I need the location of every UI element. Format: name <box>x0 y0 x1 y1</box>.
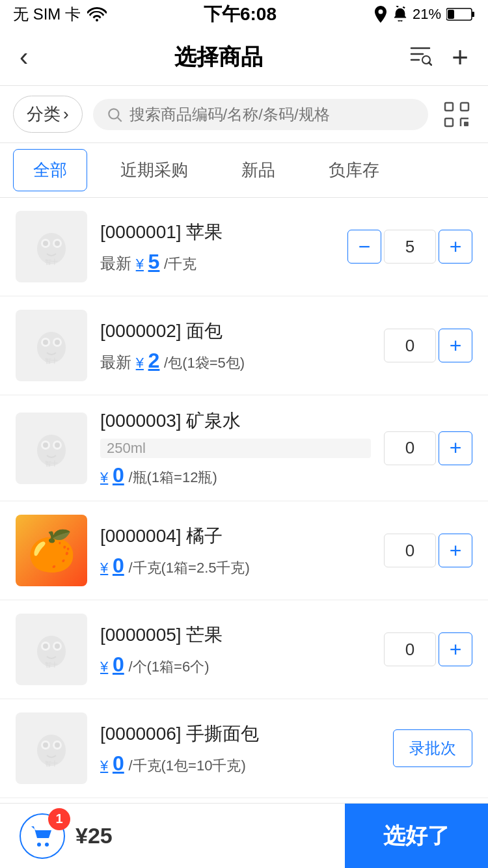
svg-point-38 <box>55 644 60 649</box>
product-info: [0000004] 橘子 ¥ 0 /千克(1箱=2.5千克) <box>100 524 371 578</box>
product-price: ¥ 0 /千克(1包=10千克) <box>100 752 380 776</box>
price-unit: /个(1箱=6个) <box>128 658 209 675</box>
quantity-input[interactable] <box>384 431 436 465</box>
filter-bar: 分类 › <box>0 86 488 143</box>
svg-rect-11 <box>461 103 468 111</box>
batch-button[interactable]: 录批次 <box>393 729 472 767</box>
tab-bar: 全部 近期采购 新品 负库存 <box>0 143 488 198</box>
product-info: [0000002] 面包 最新 ¥ 2 /包(1袋=5包) <box>100 319 371 373</box>
product-name: [0000005] 芒果 <box>100 623 371 647</box>
svg-point-44 <box>55 742 60 748</box>
owl-logo-icon: 智十 <box>29 224 74 269</box>
product-item: 智十 [0000005] 芒果 ¥ 0 /个(1箱=6个) + <box>0 601 488 698</box>
tab-all[interactable]: 全部 <box>13 149 87 191</box>
quantity-control: + <box>384 632 472 666</box>
product-list: 智十 [0000001] 苹果 最新 ¥ 5 /千克 − + <box>0 198 488 844</box>
sim-status: 无 SIM 卡 <box>13 4 81 25</box>
currency-icon: ¥ <box>100 469 108 485</box>
nav-icons: + <box>409 41 468 74</box>
product-price: ¥ 0 /千克(1箱=2.5千克) <box>100 554 371 578</box>
tab-recent[interactable]: 近期采购 <box>100 149 208 191</box>
quantity-input[interactable] <box>384 534 436 567</box>
decrease-button[interactable]: − <box>347 230 381 264</box>
search-icon <box>106 105 123 124</box>
price-unit: /瓶(1箱=12瓶) <box>128 469 217 485</box>
product-name: [0000002] 面包 <box>100 319 371 344</box>
filter-button[interactable] <box>409 42 432 72</box>
product-item: 智十 [0000001] 苹果 最新 ¥ 5 /千克 − + <box>0 198 488 295</box>
nav-bar: ‹ 选择商品 + <box>0 29 488 86</box>
svg-point-37 <box>43 644 48 649</box>
product-price: ¥ 0 /个(1箱=6个) <box>100 653 371 677</box>
increase-button[interactable]: + <box>439 431 472 465</box>
price-amount: 5 <box>148 250 160 273</box>
product-info: [0000006] 手撕面包 ¥ 0 /千克(1包=10千克) <box>100 722 380 776</box>
svg-text:智十: 智十 <box>45 357 58 364</box>
quantity-control: + <box>384 534 472 567</box>
confirm-button[interactable]: 选好了 <box>345 804 488 869</box>
tab-negative[interactable]: 负库存 <box>308 149 400 191</box>
product-info: [0000001] 苹果 最新 ¥ 5 /千克 <box>100 220 334 274</box>
product-info: [0000003] 矿泉水 250ml ¥ 0 /瓶(1箱=12瓶) <box>100 409 371 487</box>
product-price: ¥ 0 /瓶(1箱=12瓶) <box>100 463 371 487</box>
add-button[interactable]: + <box>452 41 468 74</box>
currency-icon: ¥ <box>100 560 108 576</box>
svg-rect-2 <box>448 10 454 19</box>
category-button[interactable]: 分类 › <box>13 96 83 133</box>
svg-point-52 <box>45 843 49 847</box>
owl-logo-icon: 智十 <box>29 627 74 672</box>
svg-rect-10 <box>445 103 453 111</box>
quantity-input[interactable] <box>384 230 436 264</box>
increase-button[interactable]: + <box>439 329 472 362</box>
product-thumbnail: 🍊 <box>16 515 87 586</box>
svg-text:智十: 智十 <box>45 258 58 265</box>
price-unit: /千克(1箱=2.5千克) <box>128 560 249 576</box>
status-left: 无 SIM 卡 <box>13 4 107 25</box>
quantity-input[interactable] <box>384 329 436 362</box>
product-item: 🍊 [0000004] 橘子 ¥ 0 /千克(1箱=2.5千克) + <box>0 502 488 599</box>
price-unit: /千克(1包=10千克) <box>128 757 245 774</box>
svg-line-7 <box>429 62 431 65</box>
price-amount: 0 <box>113 463 124 487</box>
location-icon <box>373 6 388 23</box>
bottom-bar: 1 ¥25 选好了 <box>0 803 488 868</box>
cart-icon <box>30 825 55 847</box>
owl-logo-icon: 智十 <box>29 323 74 368</box>
increase-button[interactable]: + <box>439 534 472 567</box>
tab-new[interactable]: 新品 <box>221 149 295 191</box>
product-item: 智十 [0000006] 手撕面包 ¥ 0 /千克(1包=10千克) 录批次 <box>0 699 488 797</box>
quantity-input[interactable] <box>384 632 436 666</box>
price-amount: 2 <box>148 349 160 372</box>
product-thumbnail: 智十 <box>16 712 87 784</box>
cart-button[interactable]: 1 <box>20 813 65 859</box>
svg-rect-12 <box>445 118 453 126</box>
status-right: 21% <box>373 6 475 23</box>
product-thumbnail: 智十 <box>16 413 87 484</box>
currency-icon: ¥ <box>100 757 108 774</box>
product-thumbnail: 智十 <box>16 614 87 685</box>
wifi-icon <box>87 7 107 21</box>
search-input[interactable] <box>129 105 415 124</box>
svg-rect-1 <box>472 12 474 17</box>
increase-button[interactable]: + <box>439 632 472 666</box>
price-amount: 0 <box>113 554 124 577</box>
scan-button[interactable] <box>439 96 475 133</box>
cart-badge: 1 <box>48 808 70 830</box>
product-item: 智十 [0000003] 矿泉水 250ml ¥ 0 /瓶(1箱=12瓶) + <box>0 396 488 500</box>
svg-text:智十: 智十 <box>45 661 58 668</box>
chevron-right-icon: › <box>63 104 69 124</box>
price-unit: /包(1袋=5包) <box>164 355 245 371</box>
product-name: [0000001] 苹果 <box>100 220 334 245</box>
back-button[interactable]: ‹ <box>20 42 28 72</box>
status-bar: 无 SIM 卡 下午6:08 21% <box>0 0 488 29</box>
product-item: 智十 [0000002] 面包 最新 ¥ 2 /包(1袋=5包) + <box>0 297 488 394</box>
svg-point-26 <box>55 340 60 345</box>
cart-total: ¥25 <box>75 823 113 848</box>
price-label: 最新 <box>100 254 136 272</box>
svg-point-19 <box>43 241 48 246</box>
svg-text:智十: 智十 <box>45 460 58 467</box>
currency-icon: ¥ <box>136 355 144 371</box>
product-name: [0000003] 矿泉水 <box>100 409 371 433</box>
increase-button[interactable]: + <box>439 230 472 264</box>
owl-logo-icon: 智十 <box>29 726 74 771</box>
